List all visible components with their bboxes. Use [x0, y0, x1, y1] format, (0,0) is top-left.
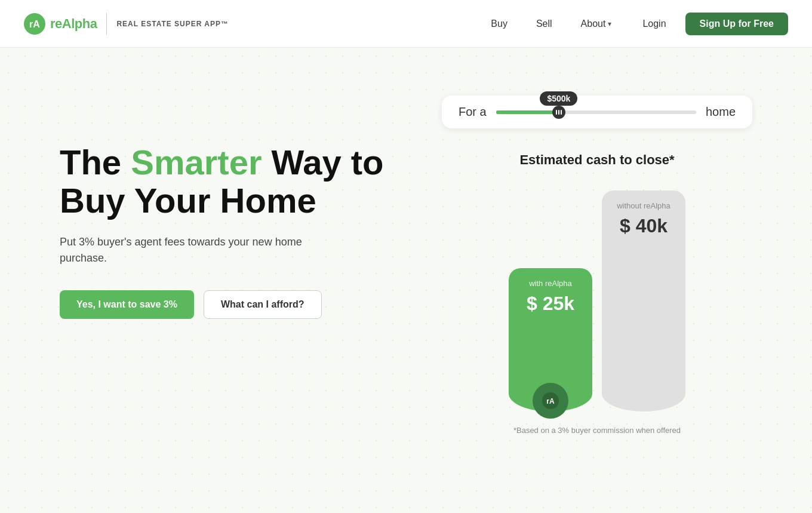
header: rA reAlpha REAL ESTATE SUPER APP™ Buy Se… [0, 0, 812, 48]
logo-divider [106, 13, 107, 35]
nav-sell-button[interactable]: Sell [524, 14, 564, 34]
realpha-icon-circle: rA [533, 383, 568, 419]
chart-disclaimer: *Based on a 3% buyer commission when off… [442, 426, 752, 435]
bar-realpha-inner: with reAlpha $ 25k rA [509, 268, 592, 411]
bar-without-value: $ 40k [620, 215, 668, 237]
nav-buy-button[interactable]: Buy [479, 14, 519, 34]
hero-subtext: Put 3% buyer's agent fees towards your n… [60, 234, 334, 266]
content-wrapper: The Smarter Way to Buy Your Home Put 3% … [24, 48, 788, 435]
logo-text: reAlpha [50, 16, 97, 32]
slider-suffix: home [706, 105, 736, 119]
chart-section: Estimated cash to close* with reAlpha $ … [442, 152, 752, 435]
logo-area: rA reAlpha REAL ESTATE SUPER APP™ [24, 13, 229, 35]
logo: rA reAlpha [24, 13, 97, 35]
right-column: For a $500k home Estimated cas [394, 72, 752, 435]
tagline: REAL ESTATE SUPER APP™ [116, 20, 229, 28]
chevron-down-icon: ▾ [608, 20, 611, 28]
drag-icon [556, 109, 562, 116]
slider-prefix: For a [459, 105, 487, 119]
svg-rect-2 [556, 110, 557, 115]
svg-rect-4 [561, 110, 562, 115]
price-slider-row: For a $500k home [442, 96, 752, 128]
slider-thumb[interactable] [552, 106, 565, 119]
left-column: The Smarter Way to Buy Your Home Put 3% … [60, 72, 394, 319]
svg-rect-3 [558, 110, 559, 115]
nav-about-button[interactable]: About ▾ [569, 14, 624, 34]
bar-realpha: with reAlpha $ 25k rA [509, 185, 592, 411]
what-afford-button[interactable]: What can I afford? [204, 290, 322, 319]
logo-symbol-icon: rA [24, 13, 45, 35]
nav: Buy Sell About ▾ Login Sign Up for Free [479, 13, 788, 35]
cta-buttons: Yes, I want to save 3% What can I afford… [60, 290, 394, 319]
hero-heading: The Smarter Way to Buy Your Home [60, 143, 394, 220]
chart-title: Estimated cash to close* [442, 152, 752, 168]
bar-without-label: without reAlpha [617, 201, 670, 210]
realpha-logo-icon: rA [542, 392, 559, 409]
slider-fill [496, 110, 556, 114]
login-button[interactable]: Login [628, 14, 680, 34]
svg-text:rA: rA [29, 19, 40, 29]
signup-button[interactable]: Sign Up for Free [685, 13, 788, 35]
slider-track[interactable]: $500k [496, 110, 696, 114]
bar-without: without reAlpha $ 40k [602, 185, 685, 411]
main-content: The Smarter Way to Buy Your Home Put 3% … [0, 48, 812, 513]
slider-value-pill: $500k [540, 91, 577, 106]
bar-realpha-label: with reAlpha [529, 279, 572, 288]
save-3pct-button[interactable]: Yes, I want to save 3% [60, 290, 194, 319]
bar-without-inner: without reAlpha $ 40k [602, 191, 685, 411]
bar-realpha-value: $ 25k [527, 293, 574, 315]
chart-area: with reAlpha $ 25k rA [442, 185, 752, 411]
svg-text:rA: rA [546, 397, 555, 406]
